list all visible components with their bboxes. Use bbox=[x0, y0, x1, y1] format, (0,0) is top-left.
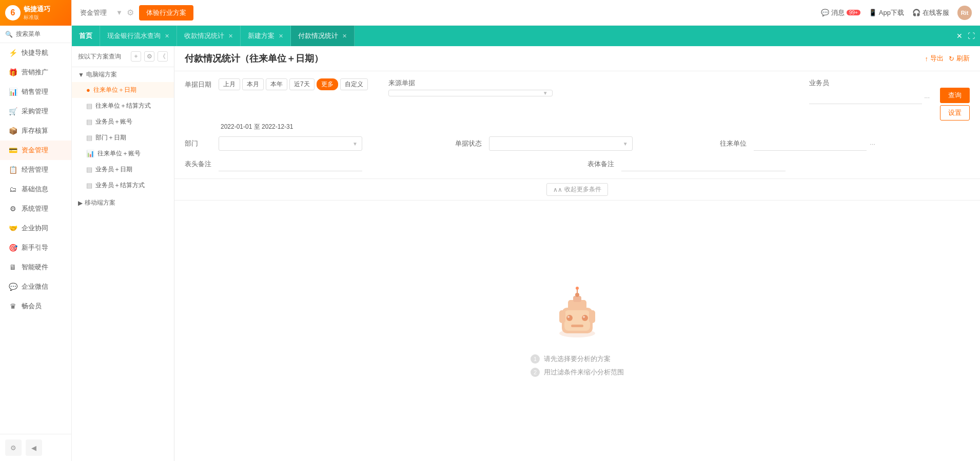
tab-payment-stats-close[interactable]: ✕ bbox=[342, 33, 347, 39]
sidebar-item-label: 资金管理 bbox=[22, 146, 48, 155]
tab-bank[interactable]: 现金银行流水查询 ✕ bbox=[100, 26, 177, 46]
app-version: 标准版 bbox=[24, 14, 50, 21]
collapse-panel-btn[interactable]: 《 bbox=[158, 51, 168, 62]
partner-input[interactable] bbox=[754, 136, 867, 151]
last-7days-btn[interactable]: 近7天 bbox=[289, 78, 315, 90]
query-btn[interactable]: 查询 bbox=[940, 88, 970, 103]
tab-end-buttons: ✕ ⛶ bbox=[951, 26, 980, 46]
scheme-partner-settle[interactable]: ▤ 往来单位＋结算方式 bbox=[72, 98, 174, 114]
left-panel-tools: + ⚙ 《 bbox=[131, 51, 168, 62]
app-download-btn[interactable]: 📱 App下载 bbox=[869, 8, 904, 17]
table-icon: ▤ bbox=[86, 182, 92, 189]
tab-home[interactable]: 首页 bbox=[72, 26, 100, 46]
sidebar-item-label: 畅会员 bbox=[22, 302, 42, 311]
sidebar-item-operations[interactable]: 📋 经营管理 bbox=[0, 160, 71, 179]
service-icon: 🎧 bbox=[912, 9, 920, 16]
tip-text-1: 请先选择要分析的方案 bbox=[544, 354, 611, 364]
tab-bank-close[interactable]: ✕ bbox=[165, 33, 169, 39]
sidebar-item-wechat[interactable]: 💬 企业微信 bbox=[0, 277, 71, 296]
mobile-scheme-group: ▶ 移动端方案 bbox=[72, 193, 174, 210]
tab-fullscreen-btn[interactable]: ⛶ bbox=[968, 32, 975, 40]
table-icon: ▤ bbox=[86, 166, 92, 173]
breadcrumb-text: 资金管理 bbox=[80, 8, 107, 17]
this-year-btn[interactable]: 本年 bbox=[266, 78, 287, 90]
source-select-arrow: ▼ bbox=[543, 90, 548, 96]
scheme-staff-account[interactable]: ▤ 业务员＋账号 bbox=[72, 114, 174, 130]
sidebar-item-finance[interactable]: 💳 资金管理 bbox=[0, 141, 71, 160]
tab-receivable-close[interactable]: ✕ bbox=[228, 33, 233, 39]
left-panel-header: 按以下方案查询 + ⚙ 《 bbox=[72, 46, 174, 67]
custom-date-btn[interactable]: 自定义 bbox=[340, 78, 368, 90]
export-label: 导出 bbox=[930, 54, 944, 63]
search-menu[interactable]: 🔍 搜索菜单 bbox=[0, 26, 71, 43]
this-month-btn[interactable]: 本月 bbox=[242, 78, 264, 90]
sidebar-item-purchase[interactable]: 🛒 采购管理 bbox=[0, 102, 71, 121]
source-doc-select[interactable]: ▼ bbox=[388, 90, 553, 96]
more-date-btn[interactable]: 更多 bbox=[317, 78, 338, 90]
settings-icon[interactable]: ⚙ bbox=[127, 8, 134, 17]
tab-close-all-btn[interactable]: ✕ bbox=[956, 32, 963, 40]
tab-new-scheme[interactable]: 新建方案 ✕ bbox=[241, 26, 291, 46]
user-avatar[interactable]: Rit bbox=[957, 6, 972, 20]
trial-btn[interactable]: 体验行业方案 bbox=[139, 5, 193, 21]
refresh-btn[interactable]: ↻ 刷新 bbox=[949, 54, 970, 63]
sidebar-item-sales[interactable]: 📊 销售管理 bbox=[0, 82, 71, 102]
sidebar-item-enterprise[interactable]: 🤝 企业协同 bbox=[0, 218, 71, 238]
scheme-staff-settle[interactable]: ▤ 业务员＋结算方式 bbox=[72, 177, 174, 193]
expand-icon: ▼ bbox=[78, 71, 84, 78]
header-note-input[interactable] bbox=[219, 157, 362, 171]
sidebar-item-vip[interactable]: ♛ 畅会员 bbox=[0, 296, 71, 316]
page-title: 付款情况统计（往来单位＋日期） bbox=[185, 52, 323, 65]
scheme-settings-btn[interactable]: ⚙ bbox=[144, 51, 154, 62]
sidebar-item-guide[interactable]: 🎯 新手引导 bbox=[0, 238, 71, 257]
svg-rect-6 bbox=[559, 310, 565, 323]
content-area: 按以下方案查询 + ⚙ 《 ▼ 电脑端方案 ● 往来单位＋日期 ▤ bbox=[72, 46, 980, 461]
sidebar-item-quick-nav[interactable]: ⚡ 快捷导航 bbox=[0, 43, 71, 63]
empty-tip-1: 1 请先选择要分析的方案 bbox=[531, 354, 624, 364]
online-service-btn[interactable]: 🎧 在线客服 bbox=[912, 8, 949, 17]
page-actions: ↑ 导出 ↻ 刷新 bbox=[925, 54, 970, 63]
sidebar-item-label: 营销推广 bbox=[22, 68, 48, 77]
body-note-input[interactable] bbox=[621, 157, 786, 171]
refresh-icon: ↻ bbox=[949, 55, 954, 63]
expand-icon: ▶ bbox=[78, 199, 83, 207]
export-btn[interactable]: ↑ 导出 bbox=[925, 54, 944, 63]
scheme-dept-date[interactable]: ▤ 部门＋日期 bbox=[72, 130, 174, 146]
tab-new-scheme-close[interactable]: ✕ bbox=[279, 33, 283, 39]
dept-select[interactable]: ▼ bbox=[219, 136, 362, 151]
sidebar-collapse-btn[interactable]: ◀ bbox=[26, 439, 42, 456]
last-month-btn[interactable]: 上月 bbox=[219, 78, 240, 90]
add-scheme-btn[interactable]: + bbox=[131, 51, 141, 62]
finance-icon: 💳 bbox=[8, 146, 17, 155]
sidebar-item-hardware[interactable]: 🖥 智能硬件 bbox=[0, 257, 71, 277]
sidebar-settings-btn[interactable]: ⚙ bbox=[5, 439, 22, 456]
staff-input[interactable] bbox=[809, 90, 922, 104]
collapse-conditions-btn[interactable]: ∧∧ 收起更多条件 bbox=[546, 183, 608, 196]
scheme-partner-date[interactable]: ● 往来单位＋日期 bbox=[72, 82, 174, 98]
sidebar-item-label: 企业协同 bbox=[22, 224, 48, 233]
desktop-scheme-group: ▼ 电脑端方案 ● 往来单位＋日期 ▤ 往来单位＋结算方式 ▤ 业务员＋账号 ▤ bbox=[72, 67, 174, 193]
tab-receivable[interactable]: 收款情况统计 ✕ bbox=[177, 26, 241, 46]
sidebar-item-system[interactable]: ⚙ 系统管理 bbox=[0, 199, 71, 218]
sidebar-item-basic[interactable]: 🗂 基础信息 bbox=[0, 179, 71, 199]
inventory-icon: 📦 bbox=[8, 126, 17, 135]
scheme-staff-date[interactable]: ▤ 业务员＋日期 bbox=[72, 162, 174, 177]
notification-btn[interactable]: 💬 消息 99+ bbox=[821, 8, 860, 17]
marketing-icon: 🎁 bbox=[8, 68, 17, 77]
partner-label: 往来单位 bbox=[720, 139, 751, 148]
scheme-label: 往来单位＋账号 bbox=[97, 149, 141, 158]
purchase-icon: 🛒 bbox=[8, 107, 17, 116]
scheme-partner-account[interactable]: 📊 往来单位＋账号 bbox=[72, 146, 174, 162]
filter-settings-btn[interactable]: 设置 bbox=[940, 105, 970, 121]
tip-text-2: 用过滤条件来缩小分析范围 bbox=[544, 368, 624, 377]
page-header: 付款情况统计（往来单位＋日期） ↑ 导出 ↻ 刷新 bbox=[174, 46, 980, 71]
mobile-group-title[interactable]: ▶ 移动端方案 bbox=[72, 195, 174, 210]
tab-payment-stats[interactable]: 付款情况统计 ✕ bbox=[291, 26, 355, 46]
sidebar-item-marketing[interactable]: 🎁 营销推广 bbox=[0, 63, 71, 82]
doc-status-select[interactable]: ▼ bbox=[489, 136, 633, 151]
sidebar-item-inventory[interactable]: 📦 库存核算 bbox=[0, 121, 71, 141]
dropdown-arrow-icon[interactable]: ▼ bbox=[116, 9, 123, 16]
desktop-group-title[interactable]: ▼ 电脑端方案 bbox=[72, 67, 174, 82]
sidebar: 6 畅捷通巧 标准版 🔍 搜索菜单 ⚡ 快捷导航 🎁 营销推广 📊 销售管理 🛒… bbox=[0, 0, 72, 461]
scheme-label: 业务员＋结算方式 bbox=[95, 181, 145, 190]
